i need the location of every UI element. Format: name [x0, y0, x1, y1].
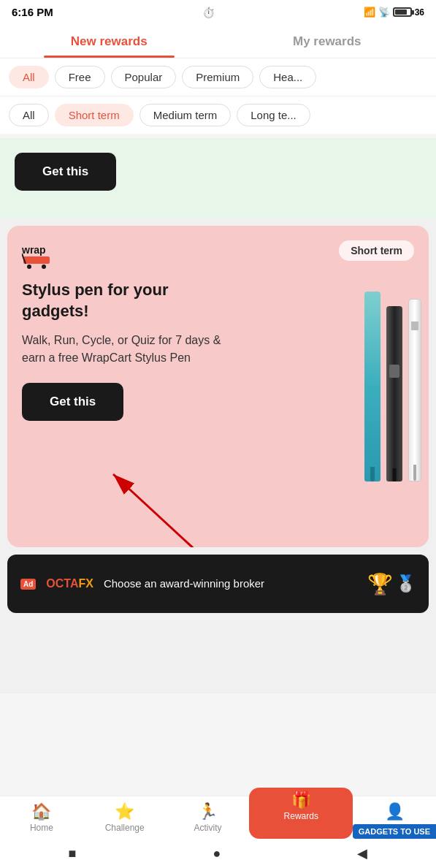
filter-all[interactable]: All — [9, 66, 49, 88]
battery-icon — [393, 7, 412, 17]
card-title: Stylus pen for your gadgets! — [22, 280, 237, 321]
filter-long-term[interactable]: Long te... — [237, 104, 310, 126]
filter-popular[interactable]: Popular — [111, 66, 177, 88]
ad-banner[interactable]: Ad OCTAFX Choose an award-winning broker… — [7, 555, 429, 613]
profile-icon: 👤 — [385, 804, 405, 820]
nav-home[interactable]: 🏠 Home — [0, 796, 83, 839]
signal-icon: 📶 — [364, 7, 375, 18]
svg-point-2 — [27, 264, 31, 269]
filter-term-all[interactable]: All — [9, 104, 49, 126]
ad-badge: Ad — [20, 579, 36, 590]
nav-rewards[interactable]: 🎁 Rewards — [249, 788, 353, 839]
ad-trophies: 🏆 🥈 — [367, 572, 416, 596]
battery-level: 36 — [415, 7, 424, 18]
watermark: GADGETS TO USE — [353, 824, 436, 839]
nav-home-label: Home — [30, 823, 53, 833]
get-this-button-1[interactable]: Get this — [15, 153, 116, 191]
nav-activity[interactable]: 🏃 Activity — [167, 796, 250, 839]
status-time: 6:16 PM — [12, 6, 53, 18]
nav-activity-label: Activity — [194, 823, 221, 833]
tab-my-rewards[interactable]: My rewards — [218, 24, 437, 58]
short-term-badge: Short term — [339, 240, 414, 261]
nav-challenge-label: Challenge — [105, 823, 145, 833]
get-this-button-2[interactable]: Get this — [22, 383, 123, 421]
filter-short-term[interactable]: Short term — [55, 104, 134, 126]
pens-illustration — [364, 262, 421, 481]
card-stylus: wrap Short term Stylus pen for your gadg… — [7, 226, 429, 547]
nav-challenge[interactable]: ⭐ Challenge — [83, 796, 167, 839]
home-icon: 🏠 — [31, 804, 51, 820]
filter-medium-term[interactable]: Medium term — [139, 104, 232, 126]
filter-row-1: All Free Popular Premium Hea... — [0, 58, 436, 96]
svg-line-5 — [113, 474, 256, 547]
nav-rewards-label: Rewards — [284, 811, 318, 821]
activity-icon: 🏃 — [198, 804, 218, 820]
pen-teal — [364, 292, 380, 481]
android-recents-btn[interactable]: ■ — [69, 846, 77, 861]
main-tabs: New rewards My rewards — [0, 21, 436, 58]
wifi-icon: 📡 — [378, 7, 390, 18]
android-back-btn[interactable]: ◀ — [357, 845, 367, 861]
svg-point-3 — [42, 264, 46, 269]
tab-new-rewards[interactable]: New rewards — [0, 24, 218, 58]
pen-white — [408, 299, 421, 481]
status-notch-icon: ⏱️ — [202, 7, 215, 18]
card-1-partial: Get this — [0, 138, 436, 218]
scroll-content: Get this wrap Short term Stylus pen for … — [0, 138, 436, 693]
status-icons: 📶 📡 36 — [364, 7, 424, 18]
svg-rect-1 — [23, 256, 50, 264]
rewards-icon: 🎁 — [291, 792, 311, 808]
svg-text:wrap: wrap — [22, 244, 46, 256]
ad-text: Choose an award-winning broker — [104, 576, 264, 591]
filter-health[interactable]: Hea... — [259, 66, 316, 88]
pen-black — [386, 306, 402, 481]
filter-free[interactable]: Free — [55, 66, 105, 88]
filter-premium[interactable]: Premium — [182, 66, 253, 88]
android-home-btn[interactable]: ● — [213, 846, 221, 861]
filter-row-2: All Short term Medium term Long te... — [0, 96, 436, 134]
status-bar: 6:16 PM ⏱️ 📶 📡 36 — [0, 0, 436, 21]
android-nav: ■ ● ◀ — [0, 839, 436, 868]
ad-logo: OCTAFX — [46, 577, 93, 590]
card-description: Walk, Run, Cycle, or Quiz for 7 days & e… — [22, 332, 237, 367]
challenge-icon: ⭐ — [115, 804, 134, 820]
wrapcart-icon: wrap — [22, 240, 58, 270]
